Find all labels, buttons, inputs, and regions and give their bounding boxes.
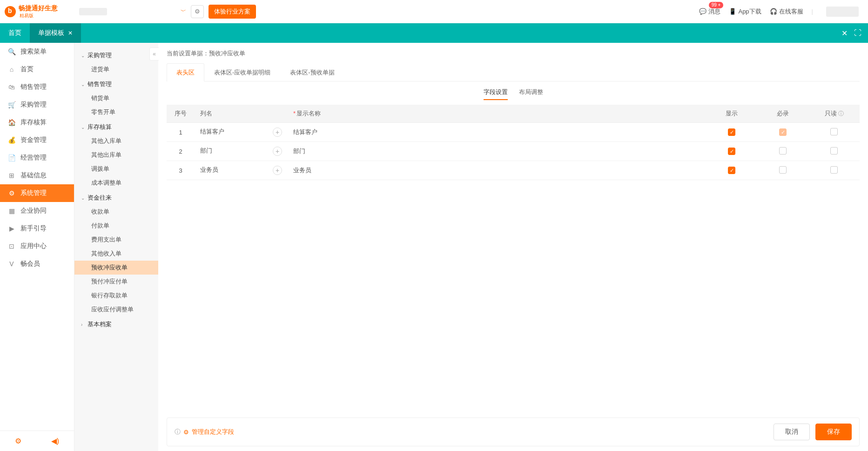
cell-display-name[interactable]: 结算客户 bbox=[288, 123, 706, 142]
checkbox[interactable] bbox=[728, 167, 735, 174]
mode-tab[interactable]: 字段设置 bbox=[484, 88, 508, 100]
checkbox[interactable] bbox=[779, 166, 787, 174]
settings-gear-icon[interactable]: ⚙ bbox=[15, 437, 21, 445]
chevron-icon: ⌄ bbox=[81, 82, 86, 87]
sidebar-item-app[interactable]: ⊡应用中心 bbox=[0, 237, 74, 255]
checkbox[interactable] bbox=[779, 147, 787, 155]
tree-group-header[interactable]: ⌄资金往来 bbox=[74, 191, 158, 205]
tree-leaf[interactable]: 其他入库单 bbox=[74, 134, 158, 148]
tree-leaf[interactable]: 其他出库单 bbox=[74, 148, 158, 162]
tree-leaf[interactable]: 销货单 bbox=[74, 91, 158, 105]
table-row: 3业务员+业务员 bbox=[167, 161, 860, 180]
cell-display-name[interactable]: 部门 bbox=[288, 142, 706, 161]
sidebar-item-bag[interactable]: 🛍销售管理 bbox=[0, 78, 74, 96]
tree-leaf[interactable]: 银行存取款单 bbox=[74, 289, 158, 303]
headset-icon: 🎧 bbox=[770, 8, 777, 15]
current-value: 预收冲应收单 bbox=[209, 50, 245, 57]
gear-icon: ⚙ bbox=[183, 429, 189, 436]
sidebar-item-wallet[interactable]: 💰资金管理 bbox=[0, 131, 74, 149]
sidebar-item-vip[interactable]: V畅会员 bbox=[0, 255, 74, 273]
checkbox[interactable] bbox=[830, 128, 838, 135]
sidebar-item-label: 经营管理 bbox=[20, 154, 47, 162]
search-icon: 🔍 bbox=[7, 47, 16, 56]
sidebar-item-team[interactable]: ▦企业协同 bbox=[0, 202, 74, 220]
chevron-down-icon: ﹀ bbox=[181, 7, 186, 15]
collapse-handle[interactable]: « bbox=[149, 47, 159, 61]
sidebar-item-search[interactable]: 🔍搜索菜单 bbox=[0, 43, 74, 61]
sidebar-item-label: 资金管理 bbox=[20, 136, 47, 144]
mode-tab[interactable]: 布局调整 bbox=[519, 88, 543, 100]
footer-link-label: 管理自定义字段 bbox=[192, 428, 234, 436]
fullscreen-icon[interactable]: ⛶ bbox=[854, 29, 861, 37]
save-button[interactable]: 保存 bbox=[815, 424, 852, 440]
messages-link[interactable]: 💬 消息 99 + bbox=[699, 7, 720, 16]
cell-show bbox=[706, 142, 757, 161]
zone-tab[interactable]: 表体区-应收单据明细 bbox=[204, 63, 280, 81]
close-icon[interactable]: ✕ bbox=[68, 30, 73, 36]
tree-leaf[interactable]: 应收应付调整单 bbox=[74, 303, 158, 316]
report-icon: 📄 bbox=[7, 154, 16, 162]
checkbox[interactable] bbox=[728, 148, 735, 155]
service-link[interactable]: 🎧 在线客服 bbox=[770, 7, 803, 16]
checkbox bbox=[779, 128, 787, 136]
tab-template[interactable]: 单据模板 ✕ bbox=[30, 23, 81, 43]
settings-button[interactable]: ⚙ bbox=[191, 5, 204, 18]
sidebar-item-gear[interactable]: ⚙系统管理 bbox=[0, 184, 74, 202]
cell-display-name[interactable]: 业务员 bbox=[288, 161, 706, 180]
download-link[interactable]: 📱 App下载 bbox=[729, 7, 761, 16]
company-selector[interactable]: ﹀ bbox=[79, 7, 191, 15]
tree-group-header[interactable]: ⌄库存核算 bbox=[74, 120, 158, 134]
tree-leaf[interactable]: 付款单 bbox=[74, 219, 158, 233]
close-all-icon[interactable]: ✕ bbox=[841, 29, 848, 38]
tree-group-header[interactable]: ⌄销售管理 bbox=[74, 77, 158, 91]
guide-icon: ▶ bbox=[7, 224, 16, 233]
checkbox[interactable] bbox=[830, 166, 838, 174]
sidebar-item-home[interactable]: ⌂首页 bbox=[0, 61, 74, 78]
cell-show bbox=[706, 161, 757, 180]
tree-leaf[interactable]: 成本调整单 bbox=[74, 176, 158, 190]
tree-leaf[interactable]: 收款单 bbox=[74, 205, 158, 219]
messages-label: 消息 bbox=[708, 7, 720, 16]
collapse-sidebar-icon[interactable]: ◀) bbox=[51, 437, 59, 445]
sidebar-item-guide[interactable]: ▶新手引导 bbox=[0, 220, 74, 237]
manage-custom-fields-link[interactable]: ⓘ ⚙ 管理自定义字段 bbox=[175, 428, 234, 436]
chevron-icon: ⌄ bbox=[81, 195, 86, 201]
current-label: 当前设置单据： bbox=[167, 50, 209, 57]
sidebar-item-label: 企业协同 bbox=[20, 207, 47, 215]
tree-leaf[interactable]: 调拨单 bbox=[74, 162, 158, 176]
tab-home[interactable]: 首页 bbox=[0, 23, 30, 43]
sidebar-item-warehouse[interactable]: 🏠库存核算 bbox=[0, 114, 74, 131]
tree-group-header[interactable]: ⌄采购管理 bbox=[74, 48, 158, 62]
sidebar-item-report[interactable]: 📄经营管理 bbox=[0, 149, 74, 167]
zone-tab[interactable]: 表体区-预收单据 bbox=[280, 63, 344, 81]
cell-readonly bbox=[808, 142, 860, 161]
add-icon[interactable]: + bbox=[273, 128, 282, 137]
sidebar-item-cube[interactable]: ⊞基础信息 bbox=[0, 167, 74, 184]
checkbox[interactable] bbox=[830, 147, 838, 155]
user-avatar[interactable] bbox=[826, 7, 859, 17]
checkbox[interactable] bbox=[728, 128, 735, 136]
add-icon[interactable]: + bbox=[273, 147, 282, 156]
sidebar-item-label: 采购管理 bbox=[20, 101, 47, 109]
tree-leaf[interactable]: 预付冲应付单 bbox=[74, 275, 158, 289]
tree-leaf[interactable]: 其他收入单 bbox=[74, 247, 158, 261]
add-icon[interactable]: + bbox=[273, 166, 282, 175]
sidebar-item-label: 系统管理 bbox=[20, 189, 47, 197]
cell-seq: 1 bbox=[167, 123, 195, 142]
table-row: 1结算客户+结算客户 bbox=[167, 123, 860, 142]
service-label: 在线客服 bbox=[779, 7, 803, 16]
home-icon: ⌂ bbox=[7, 65, 16, 74]
tree-leaf[interactable]: 费用支出单 bbox=[74, 233, 158, 247]
team-icon: ▦ bbox=[7, 207, 16, 215]
cancel-button[interactable]: 取消 bbox=[774, 424, 810, 440]
tree-leaf[interactable]: 预收冲应收单 bbox=[74, 261, 158, 275]
zone-tab[interactable]: 表头区 bbox=[167, 63, 204, 81]
sidebar-item-cart[interactable]: 🛒采购管理 bbox=[0, 96, 74, 114]
help-icon[interactable]: ⓘ bbox=[838, 110, 844, 117]
try-industry-button[interactable]: 体验行业方案 bbox=[209, 5, 256, 19]
sidebar-item-label: 畅会员 bbox=[20, 260, 40, 268]
tree-leaf[interactable]: 进货单 bbox=[74, 62, 158, 76]
tree-leaf[interactable]: 零售开单 bbox=[74, 105, 158, 119]
cube-icon: ⊞ bbox=[7, 171, 16, 180]
tree-group-header[interactable]: ›基本档案 bbox=[74, 317, 158, 331]
